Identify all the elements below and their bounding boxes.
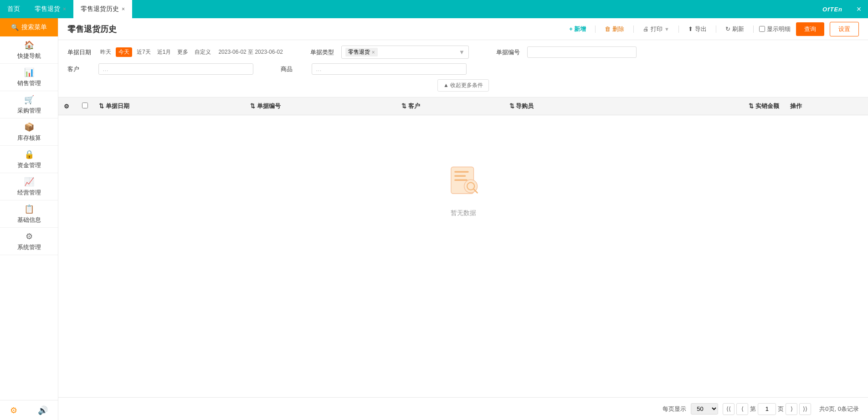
tab-retail-return-history[interactable]: 零售退货历史 × [73,0,132,18]
window-close-button[interactable]: × [850,0,868,18]
per-page-select[interactable]: 20 50 100 [691,403,718,415]
date-opt-yesterday[interactable]: 昨天 [98,47,113,57]
sidebar-item-purchase-mgmt[interactable]: 🛒 采购管理 [0,91,58,118]
sidebar-bottom: ⚙ 🔊 [0,400,58,420]
th-customer-label: 客户 [408,102,420,109]
th-customer[interactable]: ⇅ 客户 [396,97,504,115]
export-icon: ⬆ [688,26,693,32]
tab-home[interactable]: 首页 [0,0,27,18]
filter-number-input[interactable] [527,46,637,58]
divider3 [678,26,679,33]
filter-type-select[interactable]: 零售退货 × ▼ [341,46,469,59]
search-menu-label: 搜索菜单 [21,23,47,31]
pagination-nav: ⟨⟨ ⟨ 第 1 页 ⟩ ⟩⟩ [723,403,811,415]
show-detail-checkbox[interactable] [759,26,765,32]
top-tabs: 首页 零售退货 × 零售退货历史 × [0,0,822,18]
filter-type-dropdown-icon: ▼ [459,49,465,56]
th-amount-icon: ⇅ [749,102,754,109]
date-opt-last7[interactable]: 近7天 [135,47,153,57]
collapse-filter-button[interactable]: ▲ 收起更多条件 [437,79,489,92]
export-button[interactable]: ⬆ 导出 [684,23,710,35]
th-amount[interactable]: ⇅ 实销金额 [633,97,785,115]
sidebar-item-purchase-label: 采购管理 [17,107,41,115]
date-opt-more[interactable]: 更多 [175,47,190,57]
tab-retail-return-close[interactable]: × [63,6,66,12]
filter-goods-label: 商品 [281,65,308,73]
filter-customer-input[interactable]: … [98,63,253,75]
svg-rect-2 [454,175,466,177]
date-opt-last1m[interactable]: 近1月 [155,47,173,57]
empty-text: 暂无数据 [451,209,476,217]
tab-retail-return-label: 零售退货 [35,5,60,13]
th-customer-icon: ⇅ [401,102,406,109]
page-title: 零售退货历史 [67,24,117,35]
date-opt-custom[interactable]: 自定义 [193,47,213,57]
th-date[interactable]: ⇅ 单据日期 [93,97,245,115]
filter-date-field: 单据日期 昨天 今天 近7天 近1月 更多 自定义 2023-06-02 至 2… [67,47,283,57]
sidebar-item-quick-nav[interactable]: 🏠 快捷导航 [0,36,58,64]
page-unit: 页 [778,405,784,413]
query-button[interactable]: 查询 [796,22,824,36]
search-menu-bar[interactable]: 🔍 搜索菜单 [0,18,58,36]
sidebar-item-sys-mgmt[interactable]: ⚙ 系统管理 [0,228,58,255]
sidebar-item-finance[interactable]: 🔒 资金管理 [0,146,58,173]
home-icon: 🏠 [24,40,34,50]
filter-date-label: 单据日期 [67,48,95,56]
operations-icon: 📈 [24,177,34,187]
th-guide[interactable]: ⇅ 导购员 [504,97,633,115]
th-number[interactable]: ⇅ 单据编号 [245,97,396,115]
delete-button[interactable]: 🗑 删除 [601,23,628,35]
settings-bottom-icon[interactable]: ⚙ [10,405,17,415]
sidebar-item-basic-info-label: 基础信息 [17,216,41,224]
sidebar-item-basic-info[interactable]: 📋 基础信息 [0,200,58,228]
pagination-total: 共0页, 0条记录 [819,405,859,413]
page-header: 零售退货历史 + 新增 🗑 删除 🖨 🖨 打印 打印 ▼ ⬆ 导出 [58,18,868,40]
sys-icon: ⚙ [26,231,33,241]
filter-type-tag-remove[interactable]: × [372,49,375,56]
settings-button[interactable]: 设置 [830,22,859,36]
th-number-icon: ⇅ [250,102,255,109]
refresh-button[interactable]: ↻ 刷新 [722,23,748,35]
filter-number-field: 单据编号 [496,46,637,58]
next-page-button[interactable]: ⟩ [786,403,797,415]
filter-row-2: 客户 … 商品 … [67,63,859,75]
th-action: 操作 [785,97,868,115]
pagination-bar: 每页显示 20 50 100 ⟨⟨ ⟨ 第 1 页 ⟩ ⟩⟩ 共0页, 0条记录 [58,397,868,420]
select-all-checkbox[interactable] [82,102,88,108]
tab-retail-return-history-label: 零售退货历史 [81,5,119,13]
filter-number-label: 单据编号 [496,48,524,56]
brand-logo: OfTEn [822,6,842,13]
sidebar-item-operations[interactable]: 📈 经营管理 [0,173,58,200]
sidebar-item-sales-mgmt[interactable]: 📊 销售管理 [0,64,58,91]
th-settings[interactable]: ⚙ [58,97,77,115]
empty-state: 暂无数据 [58,115,868,245]
show-detail-checkbox-label[interactable]: 显示明细 [759,25,791,33]
tab-retail-return-history-close[interactable]: × [122,6,125,12]
tab-retail-return[interactable]: 零售退货 × [27,0,73,18]
filter-type-label: 单据类型 [310,48,338,56]
sidebar-item-finance-label: 资金管理 [17,161,41,169]
th-guide-label: 导购员 [516,102,534,109]
refresh-icon: ↻ [725,26,730,32]
sound-bottom-icon[interactable]: 🔊 [38,405,48,415]
date-opt-today[interactable]: 今天 [116,47,132,57]
prev-page-button[interactable]: ⟨ [736,403,748,415]
filter-goods-field: 商品 … [281,63,467,75]
page-label: 第 [750,405,756,413]
last-page-button[interactable]: ⟩⟩ [799,403,811,415]
print-button[interactable]: 🖨 🖨 打印 打印 ▼ [639,23,673,35]
filter-goods-input[interactable]: … [312,63,467,75]
sidebar: 🔍 搜索菜单 🏠 快捷导航 📊 销售管理 🛒 采购管理 📦 库存核算 🔒 [0,18,58,420]
first-page-button[interactable]: ⟨⟨ [723,403,734,415]
tab-home-label: 首页 [7,5,20,13]
th-number-label: 单据编号 [257,102,281,109]
filter-date-options: 昨天 今天 近7天 近1月 更多 自定义 [98,47,213,57]
page-input[interactable]: 1 [758,403,776,415]
per-page-label: 每页显示 [663,405,686,413]
filter-row-1: 单据日期 昨天 今天 近7天 近1月 更多 自定义 2023-06-02 至 2… [67,46,859,59]
new-button[interactable]: + 新增 [565,23,590,35]
sidebar-item-sys-label: 系统管理 [17,243,41,251]
sidebar-item-inventory[interactable]: 📦 库存核算 [0,118,58,146]
content-area: 零售退货历史 + 新增 🗑 删除 🖨 🖨 打印 打印 ▼ ⬆ 导出 [58,18,868,420]
th-checkbox[interactable] [77,97,93,115]
